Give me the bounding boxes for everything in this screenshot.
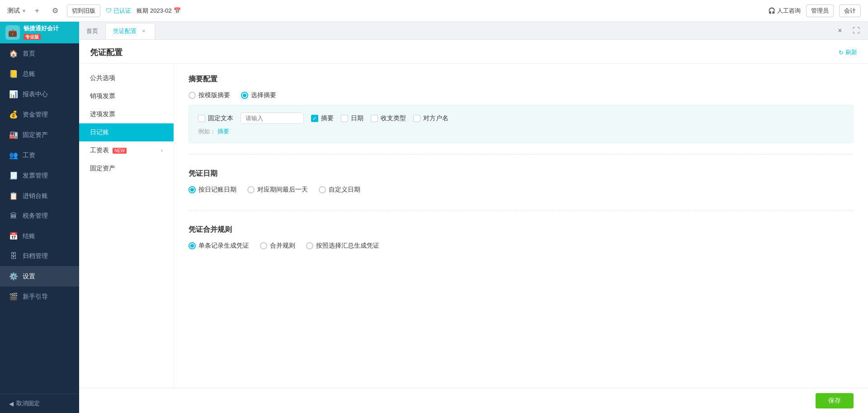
tab-expand-button[interactable]: ⛶ — [850, 24, 863, 37]
nav-item-fixed-assets[interactable]: 固定资产 — [79, 160, 174, 178]
nav-item-public[interactable]: 公共选项 — [79, 69, 174, 87]
voucher-date-title: 凭证日期 — [189, 169, 854, 178]
checkbox-income-type[interactable]: 收支类型 — [371, 114, 406, 122]
workspace-name: 测试 — [7, 7, 20, 15]
logo-icon: 💼 — [5, 25, 20, 40]
nav-item-purchase-invoice[interactable]: 进项发票 — [79, 105, 174, 123]
refresh-button[interactable]: ↻ 刷新 — [839, 48, 857, 56]
nav-item-payroll[interactable]: 工资表 NEW › — [79, 141, 174, 160]
diary-date-circle — [189, 186, 196, 193]
page-title: 凭证配置 — [90, 47, 123, 58]
new-badge: NEW — [113, 148, 127, 154]
sidebar-item-sales[interactable]: 📋 进销台账 — [0, 186, 79, 206]
sidebar-label-sales: 进销台账 — [23, 192, 48, 200]
invoice-icon: 🧾 — [9, 171, 18, 180]
radio-single-record[interactable]: 单条记录生成凭证 — [189, 242, 249, 250]
cancel-pin-button[interactable]: ◀ 取消固定 — [0, 394, 79, 413]
sales-icon: 📋 — [9, 192, 18, 200]
sidebar-item-guide[interactable]: 🎬 新手引导 — [0, 286, 79, 307]
sidebar-item-tax[interactable]: 🏛 税务管理 — [0, 206, 79, 226]
close-accounts-icon: 📅 — [9, 232, 18, 240]
radio-select-circle — [241, 92, 248, 99]
sidebar: 💼 畅捷通好会计 专业版 🏠 首页 📒 总账 📊 报表中心 💰 资金管 — [0, 22, 79, 413]
summary-config-section: 摘要配置 按模版摘要 选择摘要 — [189, 75, 854, 155]
workspace-chevron-icon: ▾ — [23, 8, 25, 14]
assets-icon: 🏭 — [9, 131, 18, 139]
voucher-merge-radio-group: 单条记录生成凭证 合并规则 按照选择汇总生成凭证 — [189, 242, 854, 250]
top-header: 测试 ▾ + ⚙ 切到旧版 🛡 已认证 账期 2023-02 📅 🎧 人工咨询 … — [0, 0, 868, 22]
logo-sub: 专业版 — [24, 34, 41, 40]
manager-button[interactable]: 管理员 — [806, 5, 834, 17]
tab-voucher-config[interactable]: 凭证配置 × — [105, 23, 155, 39]
add-workspace-button[interactable]: + — [31, 5, 43, 17]
payroll-label: 工资表 NEW — [90, 146, 127, 155]
tab-home[interactable]: 首页 — [79, 23, 105, 39]
date-checkbox — [341, 115, 348, 122]
accountant-button[interactable]: 会计 — [839, 5, 861, 17]
sidebar-logo: 💼 畅捷通好会计 专业版 — [0, 22, 79, 43]
checkbox-fixed-text[interactable]: 固定文本 — [198, 114, 233, 122]
summary-options-row: 固定文本 ✓ 摘要 日期 — [198, 113, 844, 124]
save-button[interactable]: 保存 — [816, 393, 854, 408]
sidebar-item-assets[interactable]: 🏭 固定资产 — [0, 125, 79, 145]
summary-options-box: 固定文本 ✓ 摘要 日期 — [189, 105, 854, 143]
radio-select-summary[interactable]: 选择摘要 — [241, 91, 276, 99]
sidebar-item-home[interactable]: 🏠 首页 — [0, 43, 79, 64]
certified-badge: 🛡 已认证 — [106, 7, 131, 15]
tab-bar: 首页 凭证配置 × × ⛶ — [79, 22, 868, 40]
sidebar-item-ledger[interactable]: 📒 总账 — [0, 64, 79, 84]
checkbox-date[interactable]: 日期 — [341, 114, 363, 122]
sidebar-label-ledger: 总账 — [23, 70, 35, 78]
sidebar-item-capital[interactable]: 💰 资金管理 — [0, 104, 79, 125]
workspace-selector[interactable]: 测试 ▾ — [7, 7, 25, 15]
capital-icon: 💰 — [9, 110, 18, 119]
radio-custom-date[interactable]: 自定义日期 — [319, 186, 360, 194]
voucher-date-section: 凭证日期 按日记账日期 对应期间最后一天 — [189, 169, 854, 211]
period-last-circle — [247, 186, 255, 193]
home-icon: 🏠 — [9, 49, 18, 58]
checkbox-counterpart[interactable]: 对方户名 — [413, 114, 448, 122]
merge-rule-circle — [260, 242, 267, 249]
voucher-merge-title: 凭证合并规则 — [189, 225, 854, 235]
sidebar-label-home: 首页 — [23, 50, 35, 58]
radio-period-last[interactable]: 对应期间最后一天 — [247, 186, 308, 194]
summary-radio-group: 按模版摘要 选择摘要 — [189, 91, 854, 99]
header-right: 🎧 人工咨询 管理员 会计 — [768, 5, 861, 17]
tax-icon: 🏛 — [9, 212, 18, 220]
refresh-icon: ↻ — [839, 49, 844, 56]
radio-template-summary[interactable]: 按模版摘要 — [189, 91, 230, 99]
custom-date-circle — [319, 186, 326, 193]
inner-layout: 公共选项 销项发票 进项发票 日记账 工资表 — [79, 64, 868, 388]
radio-merge-rule[interactable]: 合并规则 — [260, 242, 295, 250]
sidebar-item-salary[interactable]: 👥 工资 — [0, 145, 79, 165]
single-record-circle — [189, 242, 196, 249]
fixed-text-input[interactable] — [241, 113, 304, 124]
sidebar-label-capital: 资金管理 — [23, 111, 48, 119]
radio-diary-date[interactable]: 按日记账日期 — [189, 186, 236, 194]
left-nav: 公共选项 销项发票 进项发票 日记账 工资表 — [79, 64, 174, 388]
period-display: 账期 2023-02 📅 — [137, 7, 181, 15]
radio-selective-merge[interactable]: 按照选择汇总生成凭证 — [306, 242, 379, 250]
calendar-icon[interactable]: 📅 — [174, 7, 181, 14]
sidebar-item-settings[interactable]: ⚙️ 设置 — [0, 266, 79, 286]
sidebar-label-assets: 固定资产 — [23, 131, 48, 139]
counterpart-checkbox — [413, 115, 420, 122]
sidebar-item-invoice[interactable]: 🧾 发票管理 — [0, 165, 79, 186]
tab-close-button[interactable]: × — [140, 28, 147, 35]
sidebar-item-reports[interactable]: 📊 报表中心 — [0, 84, 79, 104]
settings-gear-icon: ⚙️ — [9, 272, 18, 281]
sidebar-item-archive[interactable]: 🗄 归档管理 — [0, 246, 79, 266]
sidebar-scroll: 🏠 首页 📒 总账 📊 报表中心 💰 资金管理 🏭 固定资产 👥 工资 — [0, 43, 79, 394]
tab-close-window-button[interactable]: × — [834, 24, 846, 37]
guide-icon: 🎬 — [9, 292, 18, 301]
checkbox-summary[interactable]: ✓ 摘要 — [311, 114, 334, 122]
settings-icon[interactable]: ⚙ — [49, 5, 61, 17]
nav-item-diary[interactable]: 日记账 — [79, 123, 174, 141]
service-button[interactable]: 🎧 人工咨询 — [768, 7, 801, 15]
reports-icon: 📊 — [9, 90, 18, 99]
payroll-chevron-icon: › — [161, 147, 163, 154]
sidebar-item-close[interactable]: 📅 结账 — [0, 226, 79, 246]
switch-old-version-button[interactable]: 切到旧版 — [67, 5, 100, 17]
content-area: 首页 凭证配置 × × ⛶ 凭证配置 ↻ 刷新 — [79, 22, 868, 413]
nav-item-sales-invoice[interactable]: 销项发票 — [79, 87, 174, 105]
